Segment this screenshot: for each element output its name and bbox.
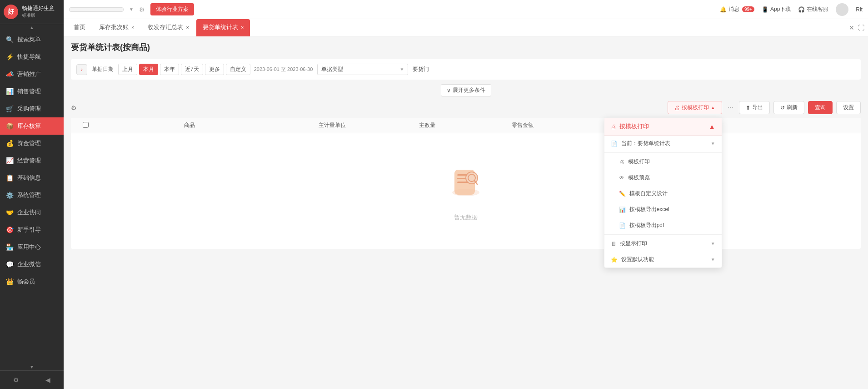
- sidebar-footer: ⚙ ◀: [0, 370, 64, 389]
- print-dropdown-title: 🖨 按模板打印: [611, 122, 649, 131]
- sidebar-item-marketing[interactable]: 📣 营销推广: [0, 66, 64, 83]
- sidebar-scroll-up[interactable]: ▲: [0, 24, 64, 31]
- tab-batch-account[interactable]: 库存批次账 ×: [93, 19, 140, 36]
- date-this-year-btn[interactable]: 本年: [160, 64, 179, 75]
- sidebar-item-wechat[interactable]: 💬 企业微信: [0, 256, 64, 273]
- tab-batch-account-close[interactable]: ×: [131, 25, 134, 30]
- default-feature-item[interactable]: ⭐ 设置默认功能 ▼: [604, 252, 722, 268]
- messages-badge: 99+: [742, 6, 754, 12]
- search-dropdown-chevron[interactable]: ▼: [129, 7, 134, 12]
- sidebar-nav: 🔍 搜索菜单 ⚡ 快捷导航 📣 营销推广 📊 销售管理 🛒 采购管理 📦 库存核…: [0, 31, 64, 364]
- display-print-chevron: ▼: [711, 241, 715, 246]
- sidebar-item-operations[interactable]: 📈 经营管理: [0, 152, 64, 169]
- chart-icon: 📊: [5, 88, 14, 95]
- online-service-btn[interactable]: 🎧 在线客服: [798, 5, 828, 13]
- document-type-select[interactable]: 单据类型 ▼: [317, 64, 408, 75]
- print-dropdown-close-btn[interactable]: ▲: [709, 123, 715, 130]
- display-print-item[interactable]: 🖥 按显示打印 ▼: [604, 236, 722, 252]
- main-area: ▼ ⚙ 体验行业方案 🔔 消息 99+ 📱 App下载 🎧 在线客服 Rit 首…: [64, 0, 868, 389]
- col-product: 商品: [95, 121, 285, 129]
- crown-icon: 👑: [5, 278, 14, 285]
- print-template-btn[interactable]: 🖨 按模板打印 ▲: [668, 101, 722, 114]
- clipboard-icon: 📋: [5, 174, 14, 182]
- sidebar-item-guide[interactable]: 🎯 新手引导: [0, 221, 64, 238]
- sidebar: 好 畅捷通好生意 标准版 ▲ 🔍 搜索菜单 ⚡ 快捷导航 📣 营销推广 📊 销售…: [0, 0, 64, 389]
- user-avatar[interactable]: [836, 3, 848, 16]
- export-excel-item[interactable]: 📊 按模板导出excel: [604, 202, 722, 217]
- app-download-btn[interactable]: 📱 App下载: [762, 5, 791, 13]
- top-header: ▼ ⚙ 体验行业方案 🔔 消息 99+ 📱 App下载 🎧 在线客服 Rit: [64, 0, 868, 19]
- sidebar-item-quick-nav[interactable]: ⚡ 快捷导航: [0, 48, 64, 66]
- refresh-icon: ↺: [780, 105, 785, 111]
- money-icon: 💰: [5, 140, 14, 147]
- header-settings-icon[interactable]: ⚙: [139, 6, 145, 13]
- megaphone-icon: 📣: [5, 71, 14, 78]
- date-custom-btn[interactable]: 自定义: [226, 64, 250, 75]
- content-area: 要货单统计表(按商品) › 单据日期 上月 本月 本年 近7天 更多 自定义 2…: [64, 36, 868, 389]
- template-preview-item[interactable]: 👁 模板预览: [604, 170, 722, 186]
- template-print-item[interactable]: 🖨 模板打印: [604, 154, 722, 170]
- window-maximize-btn[interactable]: ⛶: [858, 24, 864, 31]
- sidebar-item-membership[interactable]: 👑 畅会员: [0, 273, 64, 290]
- global-search-bar[interactable]: [69, 7, 124, 12]
- export-icon: ⬆: [746, 105, 750, 111]
- print-dropdown-current[interactable]: 📄 当前：要货单统计表 ▼: [604, 136, 722, 152]
- filter-expand-btn[interactable]: ›: [76, 64, 87, 75]
- sidebar-item-sales[interactable]: 📊 销售管理: [0, 83, 64, 100]
- empty-state-text: 暂无数据: [454, 213, 478, 222]
- headset-icon: 🎧: [798, 6, 805, 13]
- sidebar-settings-btn[interactable]: ⚙: [10, 374, 23, 385]
- query-btn[interactable]: 查询: [808, 101, 833, 114]
- window-close-btn[interactable]: ✕: [849, 24, 854, 31]
- column-settings-btn[interactable]: 设置: [836, 101, 861, 114]
- sidebar-collapse-btn[interactable]: ◀: [42, 374, 54, 385]
- tab-order-summary-close[interactable]: ×: [241, 25, 244, 30]
- empty-state-icon: [445, 161, 486, 208]
- date-more-btn[interactable]: 更多: [205, 64, 224, 75]
- empty-state: 暂无数据: [71, 133, 861, 249]
- trial-industry-button[interactable]: 体验行业方案: [150, 3, 194, 15]
- date-range-display: 2023-06-01 至 2023-06-30: [254, 66, 313, 73]
- print-chevron-up-icon: ▲: [711, 105, 715, 110]
- sidebar-item-inventory[interactable]: 📦 库存核算: [0, 117, 64, 135]
- bell-icon: 🔔: [720, 6, 727, 13]
- toolbar-more-btn[interactable]: ···: [728, 104, 733, 112]
- col-amount: 零售金额: [475, 121, 570, 129]
- export-pdf-item[interactable]: 📄 按模板导出pdf: [604, 217, 722, 233]
- refresh-btn[interactable]: ↺ 刷新: [773, 101, 804, 114]
- empty-illustration: [445, 161, 486, 202]
- sidebar-item-appstore[interactable]: 🏪 应用中心: [0, 238, 64, 256]
- date-last-7-days-btn[interactable]: 近7天: [181, 64, 203, 75]
- sidebar-item-system[interactable]: ⚙️ 系统管理: [0, 187, 64, 204]
- date-current-month-btn[interactable]: 本月: [139, 64, 158, 75]
- sidebar-item-basics[interactable]: 📋 基础信息: [0, 169, 64, 187]
- messages-btn[interactable]: 🔔 消息 99+: [720, 5, 754, 13]
- col-qty: 主数量: [380, 121, 475, 129]
- sidebar-item-enterprise[interactable]: 🤝 企业协同: [0, 204, 64, 221]
- cargo-label: 要货门: [413, 66, 429, 73]
- tabs-bar: 首页 库存批次账 × 收发存汇总表 × 要货单统计表 × ✕ ⛶: [64, 19, 868, 36]
- sidebar-item-finance[interactable]: 💰 资金管理: [0, 135, 64, 152]
- app-edition: 标准版: [22, 12, 55, 19]
- template-design-icon: ✏️: [619, 191, 626, 197]
- tab-receipt-summary[interactable]: 收发存汇总表 ×: [141, 19, 195, 36]
- printer-header-icon: 🖨: [611, 123, 617, 130]
- printer-icon: 🖨: [674, 105, 680, 111]
- date-last-month-btn[interactable]: 上月: [118, 64, 137, 75]
- template-design-item[interactable]: ✏️ 模板自定义设计: [604, 186, 722, 202]
- table-settings-icon[interactable]: ⚙: [71, 104, 77, 111]
- type-select-chevron: ▼: [399, 67, 404, 72]
- tab-home[interactable]: 首页: [67, 19, 92, 36]
- tab-order-summary[interactable]: 要货单统计表 ×: [196, 19, 250, 36]
- sidebar-scroll-down[interactable]: ▼: [0, 364, 64, 370]
- expand-chevron-icon: ∨: [447, 87, 451, 94]
- export-btn[interactable]: ⬆ 导出: [739, 101, 770, 114]
- expand-more-conditions-btn[interactable]: ∨ 展开更多条件: [441, 84, 491, 96]
- app-name: 畅捷通好生意: [22, 5, 55, 12]
- date-filter-group: 上月 本月 本年 近7天 更多 自定义 2023-06-01 至 2023-06…: [118, 64, 313, 75]
- col-checkbox: [76, 122, 95, 129]
- sidebar-item-search[interactable]: 🔍 搜索菜单: [0, 31, 64, 48]
- tab-receipt-summary-close[interactable]: ×: [186, 25, 189, 30]
- sidebar-item-purchase[interactable]: 🛒 采购管理: [0, 100, 64, 117]
- select-all-checkbox[interactable]: [83, 122, 89, 128]
